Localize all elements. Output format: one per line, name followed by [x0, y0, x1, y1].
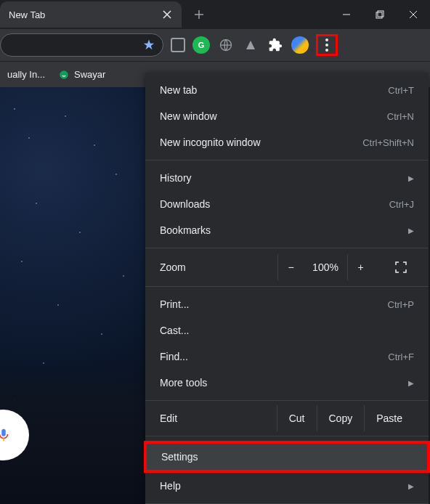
submenu-arrow-icon: ▶ — [408, 482, 414, 490]
new-tab-button[interactable] — [189, 4, 209, 25]
menu-new-incognito[interactable]: New incognito window Ctrl+Shift+N — [145, 129, 429, 155]
extensions-puzzle-icon[interactable] — [267, 36, 284, 54]
menu-item-label: History — [160, 172, 402, 184]
address-bar[interactable] — [0, 33, 163, 57]
menu-item-shortcut: Ctrl+P — [388, 299, 414, 310]
menu-more-tools[interactable]: More tools ▶ — [145, 370, 429, 396]
svg-rect-0 — [376, 12, 382, 18]
menu-item-shortcut: Ctrl+N — [387, 111, 414, 122]
menu-item-label: Find... — [160, 351, 388, 362]
menu-settings[interactable]: Settings — [147, 444, 427, 470]
svg-point-6 — [60, 70, 68, 79]
submenu-arrow-icon: ▶ — [408, 174, 414, 182]
menu-history[interactable]: History ▶ — [145, 165, 429, 191]
edit-paste-button[interactable]: Paste — [364, 405, 414, 431]
menu-help[interactable]: Help ▶ — [145, 473, 429, 499]
bookmark-item-1[interactable]: ually In... — [7, 69, 45, 80]
extension-icons: G — [171, 34, 338, 56]
menu-item-label: New incognito window — [160, 137, 362, 148]
menu-item-label: Print... — [160, 298, 388, 310]
submenu-arrow-icon: ▶ — [408, 379, 414, 387]
menu-item-label: New window — [160, 110, 387, 122]
menu-item-label: Cast... — [160, 325, 414, 336]
grammarly-icon[interactable]: G — [192, 36, 210, 54]
menu-zoom-row: Zoom − 100% + — [145, 253, 429, 282]
menu-divider — [145, 400, 429, 401]
zoom-out-button[interactable]: − — [277, 254, 304, 280]
menu-print[interactable]: Print... Ctrl+P — [145, 291, 429, 317]
menu-item-label: Downloads — [160, 198, 389, 210]
extension-icon-4[interactable] — [242, 36, 259, 54]
toolbar: G — [0, 29, 430, 61]
menu-divider — [145, 436, 429, 436]
tab-bar: New Tab — [0, 0, 430, 29]
bookmark-favicon — [58, 69, 70, 81]
zoom-in-button[interactable]: + — [347, 254, 373, 280]
profile-avatar[interactable] — [291, 36, 309, 54]
svg-point-3 — [325, 38, 328, 41]
maximize-button[interactable] — [363, 0, 397, 29]
active-tab[interactable]: New Tab — [0, 1, 182, 28]
menu-new-tab[interactable]: New tab Ctrl+T — [145, 77, 429, 103]
menu-divider — [145, 286, 429, 287]
menu-item-label: New tab — [160, 84, 388, 96]
close-window-button[interactable] — [397, 0, 430, 29]
globe-icon[interactable] — [217, 36, 235, 54]
edit-cut-button[interactable]: Cut — [277, 405, 317, 431]
svg-point-4 — [325, 44, 328, 46]
chrome-menu-button[interactable] — [316, 34, 338, 56]
menu-bookmarks[interactable]: Bookmarks ▶ — [145, 217, 429, 243]
menu-cast[interactable]: Cast... — [145, 317, 429, 344]
menu-divider — [145, 160, 429, 160]
fullscreen-button[interactable] — [388, 261, 414, 273]
window-controls — [330, 0, 430, 29]
menu-item-label: More tools — [160, 377, 402, 389]
menu-item-shortcut: Ctrl+J — [389, 199, 414, 210]
settings-highlight-box: Settings — [144, 441, 430, 473]
bookmark-label: ually In... — [7, 69, 45, 80]
menu-new-window[interactable]: New window Ctrl+N — [145, 103, 429, 129]
menu-item-label: Bookmarks — [160, 224, 402, 236]
tab-title: New Tab — [9, 9, 161, 20]
menu-item-shortcut: Ctrl+T — [388, 85, 414, 96]
menu-item-label: Settings — [161, 451, 413, 463]
svg-point-5 — [325, 49, 328, 52]
new-tab-page-content — [0, 87, 145, 504]
zoom-level: 100% — [304, 261, 347, 273]
menu-item-label: Edit — [160, 412, 277, 424]
menu-divider — [145, 248, 429, 248]
menu-item-label: Zoom — [160, 261, 277, 273]
menu-edit-row: Edit Cut Copy Paste — [145, 405, 429, 431]
close-tab-icon[interactable] — [161, 9, 173, 20]
menu-downloads[interactable]: Downloads Ctrl+J — [145, 191, 429, 217]
bookmark-label: Swayar — [74, 69, 105, 80]
menu-item-label: Help — [160, 480, 402, 492]
extension-icon-1[interactable] — [171, 38, 185, 52]
svg-rect-7 — [1, 429, 6, 436]
minimize-button[interactable] — [330, 0, 363, 29]
chrome-menu: New tab Ctrl+T New window Ctrl+N New inc… — [145, 73, 429, 504]
submenu-arrow-icon: ▶ — [408, 227, 414, 235]
bookmark-item-2[interactable]: Swayar — [58, 69, 105, 81]
menu-item-shortcut: Ctrl+F — [388, 351, 414, 362]
menu-item-shortcut: Ctrl+Shift+N — [362, 137, 414, 148]
svg-rect-1 — [378, 11, 384, 17]
bookmark-star-icon[interactable] — [142, 38, 155, 52]
menu-find[interactable]: Find... Ctrl+F — [145, 344, 429, 370]
edit-copy-button[interactable]: Copy — [317, 405, 365, 431]
